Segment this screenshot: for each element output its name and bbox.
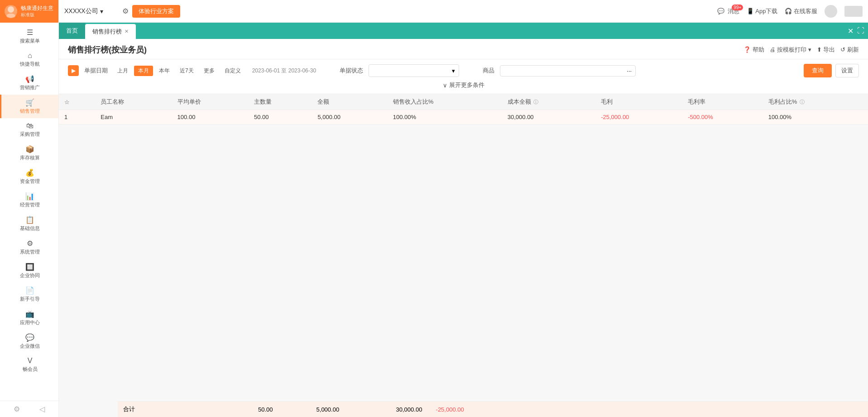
sidebar-label-operations: 经营管理 — [20, 201, 40, 208]
nav-icon-operations: 📊 — [25, 192, 34, 201]
company-selector[interactable]: XXXXX公司 ▾ — [64, 7, 119, 15]
date-pill-7days[interactable]: 近7天 — [176, 66, 198, 76]
table-header: ☆ 员工名称 平均单价 主数量 全额 销售收入占比% 成本全额 ⓘ 毛利 毛利率… — [59, 94, 868, 110]
page-content: 销售排行榜(按业务员) ❓ 帮助 🖨 按模板打印 ▾ ⬆ 导出 ↺ 刷新 — [59, 39, 868, 417]
col-gross-pct: 毛利占比% ⓘ — [763, 94, 868, 110]
date-pill-custom[interactable]: 自定义 — [221, 66, 245, 76]
export-link[interactable]: ⬆ 导出 — [817, 46, 835, 54]
sidebar-item-inventory[interactable]: 📦 库存核算 — [0, 141, 58, 165]
nav-icon-system: ⚙ — [27, 239, 33, 248]
export-icon: ⬆ — [817, 46, 822, 53]
header-settings-icon[interactable]: ⚙ — [122, 7, 129, 15]
date-pill-this-year[interactable]: 本年 — [155, 66, 174, 76]
sidebar-settings-icon[interactable]: ⚙ — [14, 405, 20, 413]
expand-more-btn[interactable]: ∨ 展开更多条件 — [68, 81, 859, 89]
header-right: 💬 99+ 消息 📱 App下载 🎧 在线客服 — [717, 5, 863, 18]
tab-home[interactable]: 首页 — [59, 23, 85, 39]
nav-icon-enterprise-wechat: 💬 — [25, 333, 34, 342]
cell-cost: 30,000.00 — [502, 110, 595, 125]
col-avg-price: 平均单价 — [172, 94, 249, 110]
cost-help-icon[interactable]: ⓘ — [533, 99, 538, 105]
sidebar-item-enterprise-wechat[interactable]: 💬 企业微信 — [0, 330, 58, 353]
nav-icon-beginner-guide: 📄 — [25, 286, 34, 295]
date-pill-last-month[interactable]: 上月 — [113, 66, 132, 76]
sidebar: 畅康通好生意 标准版 ☰ 搜索菜单 ⌂ 快捷导航 📢 营销推广 🛒 销售管理 🛍… — [0, 0, 59, 417]
query-button[interactable]: 查询 — [804, 64, 832, 77]
trial-button[interactable]: 体验行业方案 — [132, 5, 180, 18]
cell-gross-pct: 100.00% — [763, 110, 868, 125]
footer-gross: -25,000.00 — [436, 406, 472, 413]
sidebar-item-purchase[interactable]: 🛍 采购管理 — [0, 118, 58, 141]
page-title: 销售排行榜(按业务员) — [68, 44, 147, 55]
settings-button[interactable]: 设置 — [835, 64, 859, 77]
page-actions: ❓ 帮助 🖨 按模板打印 ▾ ⬆ 导出 ↺ 刷新 — [743, 46, 859, 54]
help-link[interactable]: ❓ 帮助 — [743, 46, 764, 54]
sidebar-item-base-info[interactable]: 📋 基础信息 — [0, 212, 58, 235]
tab-close-window-icon[interactable]: ✕ — [848, 27, 854, 35]
status-filter-select[interactable]: ▾ — [369, 64, 459, 77]
date-pills: 上月 本月 本年 近7天 更多 自定义 — [113, 66, 245, 76]
goods-filter-label: 商品 — [483, 67, 494, 75]
tabs-right-actions: ✕ ⛶ — [848, 23, 868, 39]
footer-cost: 30,000.00 — [396, 406, 432, 413]
svg-point-1 — [8, 6, 14, 13]
message-count: 99+ — [732, 5, 743, 10]
gross-pct-help-icon[interactable]: ⓘ — [800, 99, 805, 105]
date-pill-more[interactable]: 更多 — [200, 66, 219, 76]
sidebar-item-marketing[interactable]: 📢 营销推广 — [0, 71, 58, 95]
table-scroll[interactable]: ☆ 员工名称 平均单价 主数量 全额 销售收入占比% 成本全额 ⓘ 毛利 毛利率… — [59, 94, 868, 417]
date-range-text: 2023-06-01 至 2023-06-30 — [252, 67, 316, 75]
refresh-link[interactable]: ↺ 刷新 — [840, 46, 859, 54]
filter-row-1: ▶ 单据日期 上月 本月 本年 近7天 更多 自定义 2023-06-01 至 … — [68, 64, 859, 77]
date-pill-this-month[interactable]: 本月 — [134, 66, 153, 76]
col-cost: 成本全额 ⓘ — [502, 94, 595, 110]
sidebar-item-sales[interactable]: 🛒 销售管理 — [0, 95, 58, 118]
filter-toggle-btn[interactable]: ▶ — [68, 65, 79, 76]
sidebar-item-finance[interactable]: 💰 资金管理 — [0, 165, 58, 188]
print-icon: 🖨 — [770, 46, 776, 53]
online-service-link[interactable]: 🎧 在线客服 — [785, 7, 817, 15]
top-header: XXXXX公司 ▾ ⚙ 体验行业方案 💬 99+ 消息 📱 App下载 🎧 在线… — [59, 0, 868, 23]
nav-icon-sales: 🛒 — [25, 98, 34, 107]
refresh-icon: ↺ — [840, 46, 845, 53]
sidebar-item-quick-nav[interactable]: ⌂ 快捷导航 — [0, 48, 58, 71]
cell-gross: -25,000.00 — [595, 110, 682, 125]
message-badge[interactable]: 💬 99+ 消息 — [717, 7, 740, 15]
goods-filter-input[interactable]: ··· — [500, 65, 636, 77]
app-name: 畅康通好生意 — [21, 5, 53, 12]
col-rank: ☆ — [59, 94, 95, 110]
print-link[interactable]: 🖨 按模板打印 ▾ — [770, 46, 811, 54]
sidebar-label-member: 畅会员 — [23, 366, 38, 373]
cell-amount: 5,000.00 — [312, 110, 387, 125]
cell-rank: 1 — [59, 110, 95, 125]
sidebar-item-member[interactable]: V 畅会员 — [0, 353, 58, 376]
nav-icon-member: V — [28, 357, 33, 365]
app-download-link[interactable]: 📱 App下载 — [747, 7, 777, 15]
col-gross: 毛利 — [595, 94, 682, 110]
sidebar-item-app-center[interactable]: 📺 应用中心 — [0, 306, 58, 330]
headset-icon: 🎧 — [785, 8, 792, 14]
sidebar-item-search-order[interactable]: ☰ 搜索菜单 — [0, 24, 58, 48]
cell-gross-rate: -500.00% — [682, 110, 763, 125]
tab-maximize-icon[interactable]: ⛶ — [857, 27, 864, 35]
sidebar-collapse-icon[interactable]: ◁ — [39, 405, 45, 413]
cell-avg-price: 100.00 — [172, 110, 249, 125]
tab-sales-rank[interactable]: 销售排行榜 ✕ — [85, 24, 136, 39]
sidebar-nav: ☰ 搜索菜单 ⌂ 快捷导航 📢 营销推广 🛒 销售管理 🛍 采购管理 📦 库存核… — [0, 23, 58, 401]
sidebar-item-operations[interactable]: 📊 经营管理 — [0, 188, 58, 212]
app-version: 标准版 — [21, 12, 53, 18]
sidebar-label-enterprise-collab: 企业协同 — [20, 272, 40, 279]
table-row: 1 Eam 100.00 50.00 5,000.00 100.00% 30,0… — [59, 110, 868, 125]
sidebar-item-beginner-guide[interactable]: 📄 新手引导 — [0, 283, 58, 306]
sidebar-label-beginner-guide: 新手引导 — [20, 296, 40, 302]
company-name: XXXXX公司 — [64, 7, 98, 15]
avatar[interactable] — [825, 5, 837, 18]
sidebar-logo: 畅康通好生意 标准版 — [0, 0, 58, 23]
sidebar-label-finance: 资金管理 — [20, 178, 40, 185]
sidebar-item-system[interactable]: ⚙ 系统管理 — [0, 235, 58, 259]
filter-area: ▶ 单据日期 上月 本月 本年 近7天 更多 自定义 2023-06-01 至 … — [59, 59, 868, 94]
sidebar-label-marketing: 营销推广 — [20, 84, 40, 91]
tab-close-icon[interactable]: ✕ — [125, 29, 129, 34]
sidebar-item-enterprise-collab[interactable]: 🔲 企业协同 — [0, 259, 58, 283]
sidebar-label-search-order: 搜索菜单 — [20, 38, 40, 44]
